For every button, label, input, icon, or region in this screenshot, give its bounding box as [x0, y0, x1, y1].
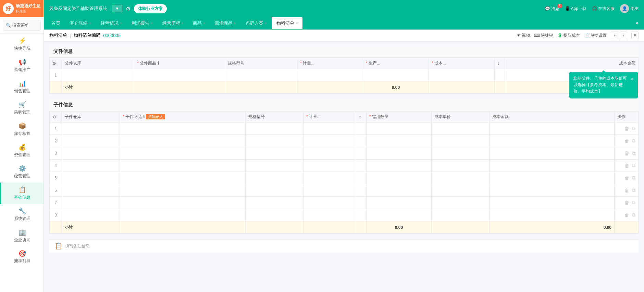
child-row-6-spec[interactable]: [245, 184, 303, 197]
tab-home[interactable]: 首页: [47, 17, 65, 30]
child-row-3-qty[interactable]: [366, 147, 431, 160]
child-row-1-price[interactable]: [431, 122, 489, 135]
child-row-7-qty[interactable]: [366, 197, 431, 209]
tab-ops-close[interactable]: ×: [120, 21, 122, 25]
child-row-5-copy[interactable]: ⧉: [632, 175, 635, 181]
messages-action[interactable]: 💬 消息 5: [545, 6, 559, 12]
parent-row-1-warehouse[interactable]: [62, 69, 134, 81]
remark-placeholder[interactable]: 填写备注信息: [65, 243, 90, 249]
sidebar-item-guide[interactable]: 🎯 新手引导: [0, 246, 44, 268]
child-row-8-copy[interactable]: ⧉: [632, 212, 635, 218]
tab-operations-status[interactable]: 经营情况 ×: [96, 17, 127, 30]
child-row-7-amount[interactable]: [490, 197, 615, 209]
child-row-7-unit[interactable]: [304, 197, 356, 209]
child-row-8-price[interactable]: [431, 209, 489, 221]
parent-row-1-spec[interactable]: [225, 69, 297, 81]
child-row-5-qty[interactable]: [366, 172, 431, 184]
tab-history[interactable]: 经营历程 ×: [158, 17, 188, 30]
sidebar-item-enterprise[interactable]: 🏢 企业协同: [0, 225, 44, 246]
child-row-7-product[interactable]: [120, 197, 245, 209]
child-row-8-amount[interactable]: [490, 209, 615, 221]
child-row-8-product[interactable]: [120, 209, 245, 221]
child-row-2-qty[interactable]: [366, 135, 431, 147]
child-row-1-delete[interactable]: 🗑: [624, 126, 629, 131]
sidebar-item-system[interactable]: 🔧 系统管理: [0, 204, 44, 225]
child-row-5-product[interactable]: [120, 172, 245, 184]
child-row-1-copy[interactable]: ⧉: [632, 126, 635, 131]
cost-action[interactable]: 💲 提取成本: [557, 33, 580, 38]
child-row-1-spec[interactable]: [245, 122, 303, 135]
child-row-3-warehouse[interactable]: [62, 147, 120, 160]
child-row-6-delete[interactable]: 🗑: [624, 188, 629, 193]
child-row-3-price[interactable]: [431, 147, 489, 160]
child-row-4-delete[interactable]: 🗑: [624, 163, 629, 168]
child-th-settings[interactable]: ⚙: [50, 112, 62, 122]
user-menu[interactable]: 👤 用友: [620, 4, 639, 13]
child-row-8-unit[interactable]: [304, 209, 356, 221]
tab-barcode[interactable]: 条码方案 ×: [241, 17, 272, 30]
sidebar-item-marketing[interactable]: 📢 营销推广: [0, 55, 44, 76]
child-row-3-delete[interactable]: 🗑: [624, 151, 629, 156]
child-row-8-qty[interactable]: [366, 209, 431, 221]
search-button[interactable]: 🔍 搜索菜单: [3, 20, 41, 31]
tab-profit-close[interactable]: ×: [151, 21, 153, 25]
child-row-4-warehouse[interactable]: [62, 160, 120, 172]
parent-row-1-product[interactable]: [134, 69, 225, 81]
trial-button[interactable]: 体验行业方案: [134, 4, 167, 13]
child-row-2-product[interactable]: [120, 135, 245, 147]
child-row-5-delete[interactable]: 🗑: [624, 175, 629, 181]
child-row-3-product[interactable]: [120, 147, 245, 160]
child-row-6-amount[interactable]: [490, 184, 615, 197]
child-row-7-delete[interactable]: 🗑: [624, 200, 629, 206]
tab-goods[interactable]: 商品 ×: [188, 17, 210, 30]
tab-customer-close[interactable]: ×: [89, 21, 91, 25]
sidebar-item-quick-nav[interactable]: ⚡ 快捷导航: [0, 34, 44, 55]
child-row-2-warehouse[interactable]: [62, 135, 120, 147]
child-row-4-unit[interactable]: [304, 160, 356, 172]
child-row-4-copy[interactable]: ⧉: [632, 163, 635, 168]
child-row-2-price[interactable]: [431, 135, 489, 147]
child-row-3-amount[interactable]: [490, 147, 615, 160]
gear-icon[interactable]: ⚙: [124, 4, 132, 13]
tab-add-goods[interactable]: 新增商品 ×: [210, 17, 241, 30]
tooltip-close-button[interactable]: ×: [631, 75, 634, 83]
app-download-action[interactable]: 📱 App下载: [565, 6, 586, 12]
child-row-1-qty[interactable]: [366, 122, 431, 135]
sidebar-item-purchase[interactable]: 🛒 采购管理: [0, 97, 44, 119]
child-row-2-copy[interactable]: ⧉: [632, 138, 635, 144]
child-row-8-delete[interactable]: 🗑: [624, 212, 629, 218]
doc-settings-action[interactable]: 📄 单据设置: [584, 33, 607, 38]
system-dropdown[interactable]: ▼: [112, 5, 122, 12]
child-row-3-unit[interactable]: [304, 147, 356, 160]
tab-history-close[interactable]: ×: [182, 21, 184, 25]
child-row-4-price[interactable]: [431, 160, 489, 172]
child-row-2-unit[interactable]: [304, 135, 356, 147]
child-row-4-amount[interactable]: [490, 160, 615, 172]
child-row-1-product[interactable]: [120, 122, 245, 135]
child-row-5-warehouse[interactable]: [62, 172, 120, 184]
parent-th-settings[interactable]: ⚙: [50, 58, 62, 69]
child-row-7-warehouse[interactable]: [62, 197, 120, 209]
child-row-8-spec[interactable]: [245, 209, 303, 221]
sidebar-item-basic-info[interactable]: 📋 基础信息: [0, 183, 44, 204]
child-row-6-copy[interactable]: ⧉: [632, 187, 635, 193]
scan-button[interactable]: 扫码录入: [146, 114, 165, 119]
child-row-5-price[interactable]: [431, 172, 489, 184]
parent-row-1-cost[interactable]: [429, 69, 494, 81]
child-row-4-qty[interactable]: [366, 160, 431, 172]
prev-button[interactable]: ‹: [611, 32, 618, 39]
child-row-4-spec[interactable]: [245, 160, 303, 172]
child-row-6-product[interactable]: [120, 184, 245, 197]
tab-barcode-close[interactable]: ×: [265, 21, 267, 25]
child-row-6-qty[interactable]: [366, 184, 431, 197]
sidebar-item-inventory[interactable]: 📦 库存核算: [0, 119, 44, 140]
child-row-5-spec[interactable]: [245, 172, 303, 184]
sidebar-item-finance[interactable]: 💰 资金管理: [0, 140, 44, 161]
child-row-5-unit[interactable]: [304, 172, 356, 184]
tab-add-goods-close[interactable]: ×: [234, 21, 236, 25]
shortcut-action[interactable]: ⌨ 快捷键: [534, 33, 553, 38]
tab-goods-close[interactable]: ×: [203, 21, 205, 25]
child-row-4-product[interactable]: [120, 160, 245, 172]
tab-customer[interactable]: 客户联络 ×: [65, 17, 96, 30]
child-row-1-amount[interactable]: [490, 122, 615, 135]
